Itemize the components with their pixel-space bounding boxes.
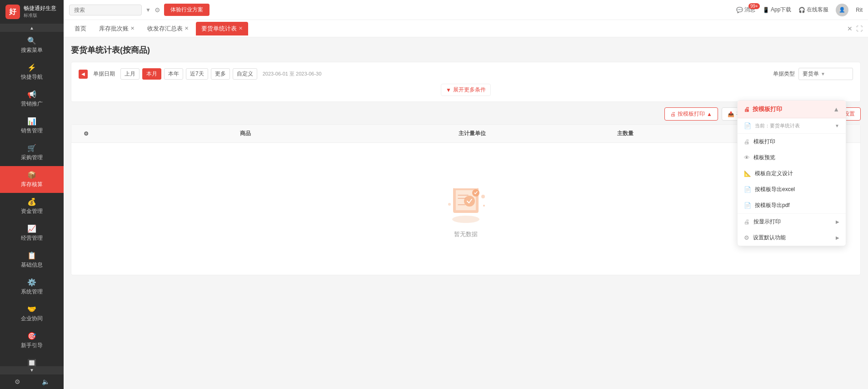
template-print-icon: 🖨 — [744, 138, 750, 145]
topbar-username[interactable]: Rit — [856, 7, 863, 13]
display-print-icon: 🖨 — [744, 218, 750, 225]
filter-collapse-btn[interactable]: ◀ — [79, 70, 88, 79]
export-icon: 📤 — [728, 111, 734, 117]
topbar-app-download[interactable]: 📱 App下载 — [763, 6, 791, 14]
topbar-chevron-icon[interactable]: ▼ — [145, 7, 151, 13]
svg-point-7 — [448, 203, 451, 206]
date-btn-custom[interactable]: 自定义 — [233, 68, 257, 80]
system-icon: ⚙️ — [27, 278, 36, 287]
industry-btn[interactable]: 体验行业方案 — [164, 4, 210, 16]
window-close-icon[interactable]: ✕ — [847, 25, 853, 32]
sales-icon: 📊 — [27, 117, 36, 126]
date-btn-7days[interactable]: 近7天 — [186, 68, 208, 80]
sidebar-item-guide[interactable]: 🎯 新手引导 — [0, 327, 64, 354]
expand-filter-btn[interactable]: ▼ 展开更多条件 — [441, 84, 491, 96]
col-header-unit: 主计量单位 — [396, 130, 549, 137]
sidebar-item-sales[interactable]: 📊 销售管理 — [0, 112, 64, 139]
template-preview-icon: 👁 — [744, 154, 750, 161]
topbar-search-input[interactable] — [69, 5, 142, 15]
tab-order-stat[interactable]: 要货单统计表 ✕ — [196, 22, 248, 35]
operation-icon: 📈 — [27, 224, 36, 233]
window-maximize-icon[interactable]: ⛶ — [856, 25, 863, 32]
topbar-online-service[interactable]: 🎧 在线客服 — [798, 6, 828, 14]
sidebar-item-quicknav[interactable]: ⚡ 快捷导航 — [0, 59, 64, 86]
dropdown-bottom-section: 🖨 按显示打印 ▶ ⚙ 设置默认功能 ▶ — [738, 214, 846, 246]
topbar-gear-icon[interactable]: ⚙ — [155, 6, 160, 14]
date-btn-this-month[interactable]: 本月 — [142, 68, 161, 80]
expand-icon: ▼ — [446, 87, 451, 93]
guide-icon: 🎯 — [27, 332, 36, 340]
dropdown-items-section: 🖨 模板打印 👁 模板预览 📐 模板自定义设计 📄 按模板导出excel 📄 — [738, 134, 846, 214]
dropdown-item-template-pdf[interactable]: 📄 按模板导出pdf — [738, 197, 846, 213]
headset-icon: 🎧 — [798, 7, 805, 13]
main-area: ▼ ⚙ 体验行业方案 💬 消息 99+ 📱 App下载 🎧 在线客服 👤 Rit… — [64, 0, 868, 389]
tab-collection-close[interactable]: ✕ — [185, 25, 189, 31]
default-func-icon: ⚙ — [744, 234, 749, 241]
dropdown-default-func[interactable]: ⚙ 设置默认功能 ▶ — [738, 230, 846, 246]
content-area: 要货单统计表(按商品) ◀ 单据日期 上月 本月 本年 近7天 更多 自定义 2… — [64, 37, 868, 389]
quicknav-icon: ⚡ — [27, 63, 36, 72]
topbar-avatar[interactable]: 👤 — [836, 4, 848, 16]
purchase-icon: 🛒 — [27, 144, 36, 152]
dropdown-item-template-excel[interactable]: 📄 按模板导出excel — [738, 182, 846, 197]
message-icon: 💬 — [736, 7, 743, 13]
topbar: ▼ ⚙ 体验行业方案 💬 消息 99+ 📱 App下载 🎧 在线客服 👤 Rit — [64, 0, 868, 20]
empty-text: 暂无数据 — [454, 230, 478, 238]
dropdown-item-template-print[interactable]: 🖨 模板打印 — [738, 134, 846, 150]
filter-card: ◀ 单据日期 上月 本月 本年 近7天 更多 自定义 2023-06-01 至 … — [71, 62, 861, 102]
topbar-messages[interactable]: 💬 消息 99+ — [736, 6, 755, 14]
app-logo-icon: 好 — [5, 5, 20, 19]
template-excel-icon: 📄 — [744, 186, 751, 193]
date-range-selector: 上月 本月 本年 近7天 更多 自定义 — [120, 68, 257, 80]
dropdown-current-item[interactable]: 📄 当前：要货单统计表 ▼ — [738, 118, 846, 133]
collab-icon: 🤝 — [27, 305, 36, 313]
print-dropdown-menu: 🖨 按模板打印 ▲ 📄 当前：要货单统计表 ▼ 🖨 模板打印 — [737, 100, 846, 246]
tabs-bar: 首页 库存批次账 ✕ 收发存汇总表 ✕ 要货单统计表 ✕ ✕ ⛶ — [64, 20, 868, 37]
mute-bottom-icon[interactable]: 🔈 — [42, 378, 50, 385]
select-chevron-icon: ▼ — [821, 71, 825, 76]
date-btn-this-year[interactable]: 本年 — [164, 68, 183, 80]
print-template-btn[interactable]: 🖨 按模板打印 ▲ — [664, 107, 718, 121]
svg-point-8 — [483, 205, 485, 207]
dropdown-close-btn[interactable]: ▲ — [833, 106, 839, 113]
sidebar-scroll-up[interactable]: ▲ — [0, 24, 64, 32]
current-template-icon: 📄 — [744, 122, 751, 129]
sidebar-item-marketing[interactable]: 📢 营销推广 — [0, 86, 64, 112]
dropdown-current-section: 📄 当前：要货单统计表 ▼ — [738, 118, 846, 134]
doc-type-select[interactable]: 要货单 ▼ — [798, 68, 853, 80]
phone-icon: 📱 — [763, 7, 769, 13]
basic-icon: 📋 — [27, 251, 36, 260]
sidebar-item-system[interactable]: ⚙️ 系统管理 — [0, 273, 64, 300]
date-btn-more[interactable]: 更多 — [211, 68, 230, 80]
svg-point-0 — [452, 216, 479, 223]
sidebar-item-search[interactable]: 🔍 搜索菜单 — [0, 32, 64, 59]
sidebar-scroll-down[interactable]: ▼ — [0, 366, 64, 374]
sidebar-item-apps[interactable]: 🔲 应用中心 — [0, 354, 64, 366]
app-logo-text: 畅捷通好生意 标准版 — [24, 5, 56, 19]
tab-collection[interactable]: 收发存汇总表 ✕ — [142, 22, 194, 35]
inventory-icon: 📦 — [27, 171, 36, 179]
dropdown-display-print[interactable]: 🖨 按显示打印 ▶ — [738, 214, 846, 230]
page-title: 要货单统计表(按商品) — [71, 45, 861, 56]
dropdown-item-template-preview[interactable]: 👁 模板预览 — [738, 150, 846, 166]
sidebar: 好 畅捷通好生意 标准版 ▲ 🔍 搜索菜单 ⚡ 快捷导航 📢 营销推广 📊 销售… — [0, 0, 64, 389]
sidebar-nav: 🔍 搜索菜单 ⚡ 快捷导航 📢 营销推广 📊 销售管理 🛒 采购管理 📦 库存核… — [0, 32, 64, 366]
dropdown-header: 🖨 按模板打印 ▲ — [738, 101, 846, 118]
tab-home[interactable]: 首页 — [69, 22, 92, 35]
tab-batch-close[interactable]: ✕ — [130, 25, 135, 31]
dropdown-item-template-design[interactable]: 📐 模板自定义设计 — [738, 166, 846, 182]
tab-batch[interactable]: 库存批次账 ✕ — [94, 22, 140, 35]
sidebar-item-finance[interactable]: 💰 资金管理 — [0, 193, 64, 220]
current-chevron-icon: ▼ — [835, 123, 839, 128]
col-header-product: 商品 — [95, 130, 396, 137]
filter-row-2: ▼ 展开更多条件 — [79, 84, 853, 96]
sidebar-item-operation[interactable]: 📈 经营管理 — [0, 220, 64, 247]
sidebar-item-collab[interactable]: 🤝 企业协同 — [0, 300, 64, 327]
date-btn-last-month[interactable]: 上月 — [120, 68, 140, 80]
sidebar-item-inventory[interactable]: 📦 库存核算 — [0, 166, 64, 193]
table-settings-icon[interactable]: ⚙ — [84, 131, 89, 137]
tab-order-stat-close[interactable]: ✕ — [239, 25, 243, 31]
settings-bottom-icon[interactable]: ⚙ — [15, 378, 20, 385]
sidebar-item-basic[interactable]: 📋 基础信息 — [0, 247, 64, 273]
sidebar-item-purchase[interactable]: 🛒 采购管理 — [0, 139, 64, 166]
